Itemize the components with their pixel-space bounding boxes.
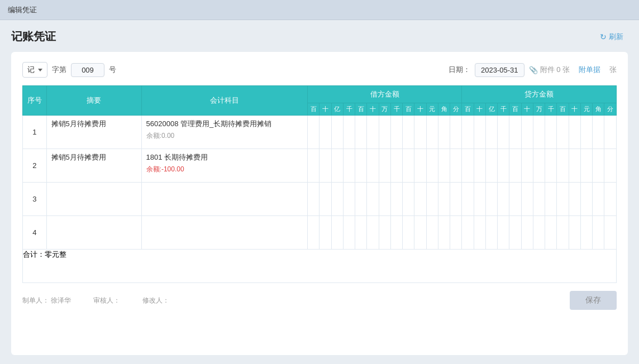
row4-c13[interactable]: [604, 216, 617, 250]
row3-d10[interactable]: [414, 183, 426, 216]
row3-c1[interactable]: [462, 183, 474, 216]
row1-c12[interactable]: [593, 116, 604, 149]
row1-d4[interactable]: [343, 116, 355, 149]
row3-c3[interactable]: [485, 183, 497, 216]
row4-c2[interactable]: [474, 216, 485, 250]
row3-c5[interactable]: [509, 183, 521, 216]
row3-d6[interactable]: [367, 183, 379, 216]
row1-c11[interactable]: [580, 116, 592, 149]
row2-d13[interactable]: [450, 149, 462, 183]
row1-summary[interactable]: 摊销5月待摊费用: [46, 116, 141, 149]
row3-c10[interactable]: [569, 183, 580, 216]
row3-d4[interactable]: [343, 183, 355, 216]
row4-c9[interactable]: [557, 216, 569, 250]
row3-c2[interactable]: [474, 183, 485, 216]
row3-c6[interactable]: [521, 183, 533, 216]
row2-c9[interactable]: [557, 149, 569, 183]
row1-d7[interactable]: [379, 116, 390, 149]
row2-d1[interactable]: [308, 149, 320, 183]
row3-d5[interactable]: [355, 183, 367, 216]
row2-d3[interactable]: [331, 149, 343, 183]
row1-c6[interactable]: [521, 116, 533, 149]
row3-d8[interactable]: [390, 183, 402, 216]
row4-d11[interactable]: [426, 216, 438, 250]
table-scroll[interactable]: 序号 摘要 会计科目 借方金额 贷方金额 百 十 亿 千: [22, 85, 617, 283]
row2-account[interactable]: 1801 长期待摊费用 余额:-100.00: [141, 149, 308, 183]
row1-c8[interactable]: [545, 116, 557, 149]
row4-c12[interactable]: [593, 216, 604, 250]
row4-summary[interactable]: [46, 216, 141, 250]
row1-c9[interactable]: [557, 116, 569, 149]
row1-d2[interactable]: [320, 116, 331, 149]
attachment-button[interactable]: 📎 附件 0 张: [529, 65, 570, 75]
row1-d12[interactable]: [438, 116, 450, 149]
row2-d4[interactable]: [343, 149, 355, 183]
row1-d6[interactable]: [367, 116, 379, 149]
row2-d8[interactable]: [390, 149, 402, 183]
row4-d6[interactable]: [367, 216, 379, 250]
row2-d5[interactable]: [355, 149, 367, 183]
row4-c5[interactable]: [509, 216, 521, 250]
row3-d13[interactable]: [450, 183, 462, 216]
row3-d1[interactable]: [308, 183, 320, 216]
row3-c4[interactable]: [498, 183, 509, 216]
row1-c7[interactable]: [533, 116, 545, 149]
voucher-number[interactable]: 009: [71, 63, 104, 77]
row2-d2[interactable]: [320, 149, 331, 183]
row2-c5[interactable]: [509, 149, 521, 183]
row1-d1[interactable]: [308, 116, 320, 149]
row4-c10[interactable]: [569, 216, 580, 250]
row1-c5[interactable]: [509, 116, 521, 149]
row1-seq[interactable]: 1: [23, 116, 47, 149]
row2-c10[interactable]: [569, 149, 580, 183]
save-button[interactable]: 保存: [570, 291, 617, 310]
row2-c4[interactable]: [498, 149, 509, 183]
row2-seq[interactable]: 2: [23, 149, 47, 183]
row2-c2[interactable]: [474, 149, 485, 183]
row2-d10[interactable]: [414, 149, 426, 183]
row2-c8[interactable]: [545, 149, 557, 183]
row1-c2[interactable]: [474, 116, 485, 149]
row4-d10[interactable]: [414, 216, 426, 250]
row1-c13[interactable]: [604, 116, 617, 149]
row4-c11[interactable]: [580, 216, 592, 250]
row2-d12[interactable]: [438, 149, 450, 183]
row4-c7[interactable]: [533, 216, 545, 250]
row3-d7[interactable]: [379, 183, 390, 216]
row2-c11[interactable]: [580, 149, 592, 183]
row2-c12[interactable]: [593, 149, 604, 183]
date-input[interactable]: 2023-05-31: [475, 63, 524, 77]
row2-d9[interactable]: [403, 149, 414, 183]
row1-d10[interactable]: [414, 116, 426, 149]
row3-c9[interactable]: [557, 183, 569, 216]
ji-select[interactable]: 记: [22, 62, 47, 78]
row2-d11[interactable]: [426, 149, 438, 183]
refresh-button[interactable]: ↻ 刷新: [595, 30, 628, 44]
row1-d8[interactable]: [390, 116, 402, 149]
row3-c8[interactable]: [545, 183, 557, 216]
row3-summary[interactable]: [46, 183, 141, 216]
row2-c13[interactable]: [604, 149, 617, 183]
row4-d9[interactable]: [403, 216, 414, 250]
row3-c13[interactable]: [604, 183, 617, 216]
single-record-button[interactable]: 附单据: [579, 65, 600, 75]
row4-account[interactable]: [141, 216, 308, 250]
row3-d3[interactable]: [331, 183, 343, 216]
row2-c6[interactable]: [521, 149, 533, 183]
row1-d5[interactable]: [355, 116, 367, 149]
row4-d5[interactable]: [355, 216, 367, 250]
row1-d3[interactable]: [331, 116, 343, 149]
row4-d8[interactable]: [390, 216, 402, 250]
row2-c1[interactable]: [462, 149, 474, 183]
row4-c8[interactable]: [545, 216, 557, 250]
row1-d13[interactable]: [450, 116, 462, 149]
row4-d4[interactable]: [343, 216, 355, 250]
row2-d6[interactable]: [367, 149, 379, 183]
row3-d12[interactable]: [438, 183, 450, 216]
row3-d9[interactable]: [403, 183, 414, 216]
row2-c7[interactable]: [533, 149, 545, 183]
row4-d2[interactable]: [320, 216, 331, 250]
row3-account[interactable]: [141, 183, 308, 216]
row1-d9[interactable]: [403, 116, 414, 149]
row4-seq[interactable]: 4: [23, 216, 47, 250]
